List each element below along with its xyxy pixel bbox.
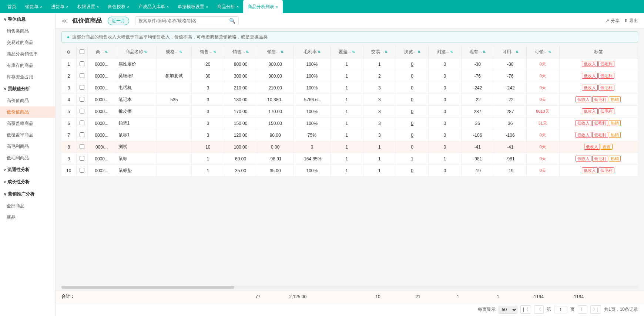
views1-link[interactable]: 0 xyxy=(411,121,413,126)
sidebar-item-traded-goods[interactable]: 交易过的商品 xyxy=(0,37,55,48)
cell-views1[interactable]: 0 xyxy=(396,94,428,106)
nav-item-product-in[interactable]: 产成品入库单 × xyxy=(134,0,173,13)
row-checkbox[interactable] xyxy=(80,61,84,66)
nav-item-purchase[interactable]: 进货单 × xyxy=(47,0,73,13)
cell-checkbox[interactable] xyxy=(76,106,87,118)
row-checkbox[interactable] xyxy=(80,132,84,137)
cell-views1[interactable]: 0 xyxy=(396,141,428,153)
th-trades[interactable]: 交易...⇅ xyxy=(363,46,396,58)
cell-checkbox[interactable] xyxy=(76,165,87,177)
horizontal-scrollbar[interactable] xyxy=(61,286,638,289)
th-views1[interactable]: 浏览...⇅ xyxy=(396,46,428,58)
sidebar-item-new-goods[interactable]: 新品 xyxy=(0,212,55,223)
th-sales-amt[interactable]: 销售...⇅ xyxy=(224,46,257,58)
nav-item-template[interactable]: 单据模板设置 × xyxy=(173,0,212,13)
row-checkbox[interactable] xyxy=(80,85,84,90)
th-margin[interactable]: 毛利率⇅ xyxy=(294,46,331,58)
prev-page-button[interactable]: 〈 xyxy=(534,305,544,314)
views1-link[interactable]: 1 xyxy=(411,156,413,162)
sidebar-group-flow[interactable]: > 流通性分析 xyxy=(0,164,55,176)
last-page-button[interactable]: 〉| xyxy=(590,305,601,314)
cell-checkbox[interactable] xyxy=(76,118,87,129)
th-settings[interactable]: ⚙ xyxy=(61,46,76,58)
first-page-button[interactable]: |〈 xyxy=(520,305,531,314)
views1-link[interactable]: 0 xyxy=(411,74,413,79)
collapse-sidebar-button[interactable]: ≪ xyxy=(61,17,68,24)
cell-checkbox[interactable] xyxy=(76,58,87,70)
cell-views1[interactable]: 0 xyxy=(396,106,428,118)
close-icon[interactable]: × xyxy=(206,4,208,9)
sidebar-item-high-coverage[interactable]: 高覆盖率商品 xyxy=(0,118,55,129)
th-views2[interactable]: 浏览...⇅ xyxy=(429,46,461,58)
th-stock-saleable[interactable]: 可销...⇅ xyxy=(527,46,559,58)
table-container[interactable]: ⚙ 商...⇅ 商品名称⇅ 规格...⇅ 销售...⇅ 销售...⇅ 销售...… xyxy=(61,46,638,284)
sidebar-item-low-value[interactable]: 低价值商品 xyxy=(0,106,55,118)
close-icon[interactable]: × xyxy=(167,4,169,9)
nav-item-roles[interactable]: 角色授权 × xyxy=(103,0,134,13)
nav-item-goods-analysis[interactable]: 商品分析 × xyxy=(213,0,243,13)
th-sales-qty[interactable]: 销售...⇅ xyxy=(192,46,224,58)
cell-views1[interactable]: 0 xyxy=(396,70,428,82)
cell-views1[interactable]: 0 xyxy=(396,129,428,141)
sidebar-item-low-margin[interactable]: 低毛利商品 xyxy=(0,152,55,164)
sidebar-item-category-sales[interactable]: 商品分类销售率 xyxy=(0,48,55,60)
th-stock-current[interactable]: 现有...⇅ xyxy=(461,46,494,58)
cell-checkbox[interactable] xyxy=(76,70,87,82)
th-sales-avg[interactable]: 销售...⇅ xyxy=(257,46,294,58)
close-icon[interactable]: × xyxy=(66,4,68,9)
views1-link[interactable]: 0 xyxy=(411,97,413,102)
row-checkbox[interactable] xyxy=(80,168,84,173)
export-button[interactable]: ⬆ 导出 xyxy=(624,18,638,24)
cell-checkbox[interactable] xyxy=(76,82,87,94)
select-all-checkbox[interactable] xyxy=(80,49,84,54)
sidebar-item-stock-capital[interactable]: 库存资金占用 xyxy=(0,71,55,83)
views1-link[interactable]: 0 xyxy=(411,85,413,91)
period-tab-button[interactable]: 近一月 xyxy=(108,17,129,25)
views1-link[interactable]: 0 xyxy=(411,168,413,173)
cell-checkbox[interactable] xyxy=(76,141,87,153)
page-size-select[interactable]: 50 100 200 xyxy=(499,306,517,314)
close-icon[interactable]: × xyxy=(40,4,42,9)
next-page-button[interactable]: 〉 xyxy=(578,305,587,314)
sidebar-item-sales-goods[interactable]: 销售类商品 xyxy=(0,26,55,37)
row-checkbox[interactable] xyxy=(80,156,84,161)
close-icon[interactable]: × xyxy=(127,4,129,9)
views1-link[interactable]: 0 xyxy=(411,145,413,150)
sidebar-item-stock-goods[interactable]: 有库存的商品 xyxy=(0,60,55,71)
nav-item-permissions[interactable]: 权限设置 × xyxy=(73,0,103,13)
sidebar-group-marketing[interactable]: ∨ 营销推广分析 xyxy=(0,188,55,200)
nav-item-sales[interactable]: 销货单 × xyxy=(21,0,47,13)
sidebar-item-all-goods[interactable]: 全部商品 xyxy=(0,200,55,212)
cell-views1[interactable]: 0 xyxy=(396,82,428,94)
sidebar-group-growth[interactable]: > 成长性分析 xyxy=(0,176,55,188)
row-checkbox[interactable] xyxy=(80,120,84,125)
th-name[interactable]: 商品名称⇅ xyxy=(116,46,157,58)
row-checkbox[interactable] xyxy=(80,109,84,113)
th-stock-available[interactable]: 可用...⇅ xyxy=(494,46,526,58)
th-spec[interactable]: 规格...⇅ xyxy=(157,46,192,58)
row-checkbox[interactable] xyxy=(80,144,84,149)
row-checkbox[interactable] xyxy=(80,73,84,78)
views1-link[interactable]: 0 xyxy=(411,109,413,114)
page-number-input[interactable] xyxy=(554,306,567,313)
nav-item-goods-list[interactable]: 商品分析列表 × xyxy=(243,0,282,13)
th-checkbox[interactable] xyxy=(76,46,87,58)
close-icon[interactable]: × xyxy=(97,4,99,9)
cell-checkbox[interactable] xyxy=(76,94,87,106)
cell-checkbox[interactable] xyxy=(76,129,87,141)
cell-views1[interactable]: 0 xyxy=(396,58,428,70)
views1-link[interactable]: 0 xyxy=(411,62,413,67)
search-icon[interactable]: 🔍 xyxy=(229,18,235,24)
scrollbar-thumb[interactable] xyxy=(61,286,234,289)
nav-item-home[interactable]: 首页 xyxy=(3,0,21,13)
close-icon[interactable]: × xyxy=(276,4,278,9)
sidebar-group-overall[interactable]: ∨ 整体信息 xyxy=(0,13,55,26)
cell-checkbox[interactable] xyxy=(76,153,87,165)
th-code[interactable]: 商...⇅ xyxy=(87,46,116,58)
sidebar-item-low-coverage[interactable]: 低覆盖率商品 xyxy=(0,129,55,141)
sidebar-item-high-margin[interactable]: 高毛利商品 xyxy=(0,141,55,152)
cell-views1[interactable]: 1 xyxy=(396,153,428,165)
search-input[interactable] xyxy=(138,18,229,23)
cell-views1[interactable]: 0 xyxy=(396,165,428,177)
th-coverage[interactable]: 覆盖...⇅ xyxy=(331,46,363,58)
